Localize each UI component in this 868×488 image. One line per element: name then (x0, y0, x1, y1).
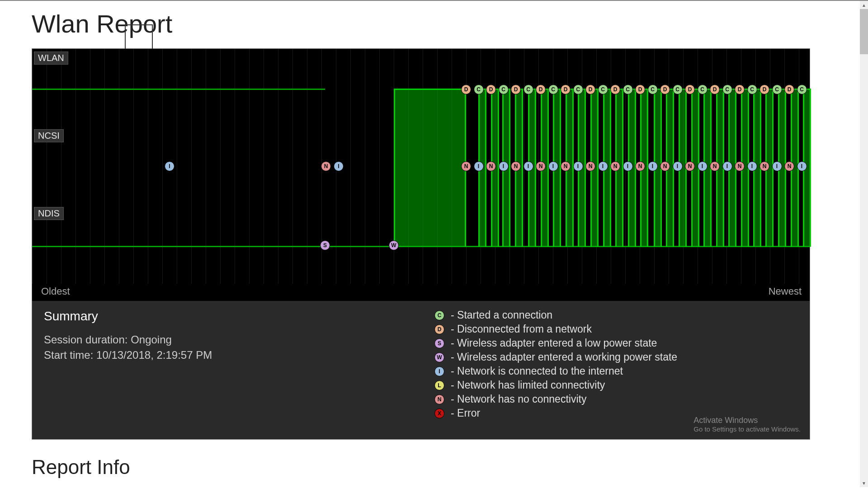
event-c-icon[interactable]: C (648, 84, 658, 94)
event-n-icon[interactable]: N (585, 161, 595, 171)
event-i-icon[interactable]: I (722, 161, 732, 171)
event-n-icon[interactable]: N (710, 161, 720, 171)
event-i-icon[interactable]: I (499, 161, 509, 171)
legend-item: D - Disconnected from a network (434, 323, 798, 335)
legend-item: S - Wireless adapter entered a low power… (434, 337, 798, 349)
event-d-icon[interactable]: D (536, 84, 546, 94)
event-i-icon[interactable]: I (747, 161, 757, 171)
event-d-icon[interactable]: D (561, 84, 571, 94)
event-i-icon[interactable]: I (334, 161, 344, 171)
start-time: Start time: 10/13/2018, 2:19:57 PM (44, 349, 407, 361)
event-c-icon[interactable]: C (548, 84, 558, 94)
event-d-icon[interactable]: D (760, 84, 769, 94)
event-d-icon[interactable]: D (511, 84, 521, 94)
event-n-icon[interactable]: N (321, 161, 331, 171)
event-d-icon[interactable]: D (784, 84, 794, 94)
summary-title: Summary (44, 309, 407, 324)
event-i-icon[interactable]: I (772, 161, 782, 171)
newest-label: Newest (769, 286, 802, 297)
legend: C - Started a connection D - Disconnecte… (407, 309, 798, 421)
row-label-wlan: WLAN (34, 52, 68, 65)
event-d-icon[interactable]: D (610, 84, 620, 94)
event-i-icon[interactable]: I (598, 161, 608, 171)
event-n-icon[interactable]: N (511, 161, 521, 171)
event-i-icon[interactable]: I (623, 161, 633, 171)
scroll-thumb[interactable] (860, 9, 868, 54)
legend-item: W - Wireless adapter entered a working p… (434, 351, 798, 363)
event-d-icon[interactable]: D (660, 84, 670, 94)
event-c-icon[interactable]: C (474, 84, 484, 94)
event-c-icon[interactable]: C (797, 84, 807, 94)
event-i-icon[interactable]: I (698, 161, 708, 171)
legend-d-icon: D (434, 324, 444, 334)
row-label-ncsi: NCSI (34, 129, 64, 142)
event-n-icon[interactable]: N (486, 161, 496, 171)
timeline-chart: WLAN NCSI NDIS INISWDCDCDCDCDCDCDCDCDCDC… (32, 48, 810, 440)
event-d-icon[interactable]: D (585, 84, 595, 94)
event-n-icon[interactable]: N (735, 161, 745, 171)
event-d-icon[interactable]: D (685, 84, 695, 94)
event-n-icon[interactable]: N (660, 161, 670, 171)
legend-n-icon: N (434, 394, 444, 404)
event-w-icon[interactable]: W (389, 240, 399, 250)
event-i-icon[interactable]: I (474, 161, 484, 171)
event-n-icon[interactable]: N (536, 161, 546, 171)
event-n-icon[interactable]: N (610, 161, 620, 171)
event-c-icon[interactable]: C (772, 84, 782, 94)
scroll-up-icon[interactable]: ▲ (860, 1, 868, 9)
event-i-icon[interactable]: I (165, 161, 175, 171)
event-n-icon[interactable]: N (561, 161, 571, 171)
summary-panel: Summary Session duration: Ongoing Start … (32, 301, 810, 439)
legend-s-icon: S (434, 338, 444, 348)
event-c-icon[interactable]: C (499, 84, 509, 94)
event-n-icon[interactable]: N (635, 161, 645, 171)
event-c-icon[interactable]: C (573, 84, 583, 94)
event-i-icon[interactable]: I (573, 161, 583, 171)
oldest-label: Oldest (41, 286, 70, 297)
event-n-icon[interactable]: N (760, 161, 769, 171)
activate-windows-watermark: Activate Windows Go to Settings to activ… (693, 416, 801, 433)
legend-item: L - Network has limited connectivity (434, 379, 798, 391)
event-d-icon[interactable]: D (486, 84, 496, 94)
legend-item: C - Started a connection (434, 309, 798, 321)
event-n-icon[interactable]: N (685, 161, 695, 171)
report-info-heading: Report Info (32, 456, 836, 479)
event-d-icon[interactable]: D (461, 84, 471, 94)
row-label-ndis: NDIS (34, 207, 64, 220)
event-n-icon[interactable]: N (461, 161, 471, 171)
time-axis: Oldest Newest (32, 284, 810, 301)
event-d-icon[interactable]: D (735, 84, 745, 94)
event-d-icon[interactable]: D (635, 84, 645, 94)
event-c-icon[interactable]: C (623, 84, 633, 94)
event-s-icon[interactable]: S (320, 240, 330, 250)
legend-x-icon: X (434, 408, 444, 418)
legend-i-icon: I (434, 366, 444, 376)
event-i-icon[interactable]: I (673, 161, 683, 171)
event-i-icon[interactable]: I (648, 161, 658, 171)
legend-c-icon: C (434, 310, 444, 320)
event-c-icon[interactable]: C (598, 84, 608, 94)
event-n-icon[interactable]: N (784, 161, 794, 171)
legend-l-icon: L (434, 380, 444, 390)
event-c-icon[interactable]: C (673, 84, 683, 94)
legend-w-icon: W (434, 352, 444, 362)
event-d-icon[interactable]: D (710, 84, 720, 94)
event-c-icon[interactable]: C (722, 84, 732, 94)
event-c-icon[interactable]: C (698, 84, 708, 94)
event-c-icon[interactable]: C (524, 84, 533, 94)
session-duration: Session duration: Ongoing (44, 333, 407, 346)
legend-item: I - Network is connected to the internet (434, 365, 798, 377)
event-i-icon[interactable]: I (524, 161, 533, 171)
event-i-icon[interactable]: I (548, 161, 558, 171)
event-c-icon[interactable]: C (747, 84, 757, 94)
vertical-scrollbar[interactable]: ▲ ▼ (860, 1, 868, 479)
legend-item: N - Network has no connectivity (434, 393, 798, 405)
event-i-icon[interactable]: I (797, 161, 807, 171)
